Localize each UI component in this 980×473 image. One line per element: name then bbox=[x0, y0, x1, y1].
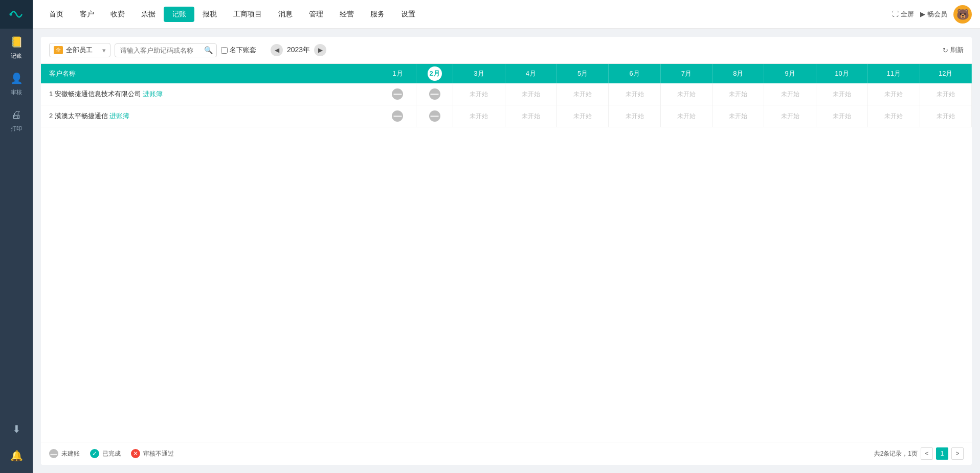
sidebar-label-audit: 审核 bbox=[11, 88, 22, 96]
legend-not-built: — 未建账 bbox=[49, 449, 80, 458]
next-page-button[interactable]: > bbox=[951, 447, 964, 460]
table-wrap: 客户名称 1月 2月 3月 4月 5月 6月 7月 8月 9月 bbox=[41, 64, 972, 442]
nav-home[interactable]: 首页 bbox=[41, 7, 72, 22]
bookkeeping-icon: 📒 bbox=[8, 34, 25, 50]
not-built-label: 未建账 bbox=[61, 449, 80, 458]
nav-service[interactable]: 服务 bbox=[362, 7, 393, 22]
status-not-started: 未开始 bbox=[677, 91, 696, 98]
status-not-started: 未开始 bbox=[833, 112, 851, 120]
cell-sep: 未开始 bbox=[764, 83, 816, 105]
member-button[interactable]: ▶ 畅会员 bbox=[920, 10, 947, 19]
cell-dec: 未开始 bbox=[920, 83, 972, 105]
employee-icon: 全 bbox=[54, 46, 63, 54]
page-1-button[interactable]: 1 bbox=[936, 447, 948, 460]
col-name: 客户名称 bbox=[41, 64, 380, 83]
nav-bookkeeping[interactable]: 记账 bbox=[164, 7, 194, 22]
legend-rejected: ✕ 审核不通过 bbox=[131, 449, 174, 458]
nav-tax[interactable]: 报税 bbox=[194, 7, 225, 22]
cell-apr: 未开始 bbox=[505, 83, 556, 105]
myaccounts-checkbox[interactable] bbox=[221, 47, 228, 54]
audit-icon: 👤 bbox=[8, 70, 25, 86]
search-input[interactable] bbox=[115, 43, 217, 57]
sidebar-item-print[interactable]: 🖨 打印 bbox=[0, 101, 33, 138]
enter-ledger-link[interactable]: 进账簿 bbox=[143, 90, 163, 98]
sidebar-bottom: ⬇ 🔔 bbox=[0, 416, 33, 473]
member-label: 畅会员 bbox=[927, 10, 947, 19]
employee-select[interactable]: 全 全部员工 ▾ bbox=[49, 43, 110, 57]
status-not-started: 未开始 bbox=[781, 91, 799, 98]
user-avatar[interactable]: 🐻 bbox=[953, 5, 972, 24]
cell-nov: 未开始 bbox=[868, 105, 920, 127]
refresh-label: 刷新 bbox=[950, 46, 964, 55]
table-header-row: 客户名称 1月 2月 3月 4月 5月 6月 7月 8月 9月 bbox=[41, 64, 972, 83]
chevron-down-icon: ▾ bbox=[102, 47, 106, 54]
col-apr: 4月 bbox=[505, 64, 556, 83]
status-not-built: — bbox=[392, 110, 403, 122]
nav-message[interactable]: 消息 bbox=[270, 7, 301, 22]
col-jul: 7月 bbox=[660, 64, 712, 83]
sidebar-label-bookkeeping: 记账 bbox=[11, 52, 22, 60]
nav-settings[interactable]: 设置 bbox=[393, 7, 424, 22]
legend-completed: ✓ 已完成 bbox=[90, 449, 121, 458]
table-row: 1 安徽畅捷通信息技术有限公司 进账簿——未开始未开始未开始未开始未开始未开始未… bbox=[41, 83, 972, 105]
cell-nov: 未开始 bbox=[868, 83, 920, 105]
nav-manage[interactable]: 管理 bbox=[301, 7, 331, 22]
myaccounts-label: 名下账套 bbox=[230, 46, 256, 55]
footer: — 未建账 ✓ 已完成 ✕ 审核不通过 共2条记录，1页 < 1 > bbox=[41, 442, 972, 465]
myaccounts-checkbox-label[interactable]: 名下账套 bbox=[221, 46, 256, 55]
next-year-button[interactable]: ▶ bbox=[314, 44, 326, 56]
cell-name: 1 安徽畅捷通信息技术有限公司 进账簿 bbox=[41, 83, 380, 105]
completed-icon: ✓ bbox=[90, 449, 99, 458]
nav-customer[interactable]: 客户 bbox=[72, 7, 102, 22]
cell-jan: — bbox=[380, 105, 416, 127]
nav-business[interactable]: 工商项目 bbox=[225, 7, 270, 22]
sidebar-item-audit[interactable]: 👤 审核 bbox=[0, 65, 33, 101]
total-records: 共2条记录，1页 bbox=[874, 449, 918, 458]
nav-billing[interactable]: 收费 bbox=[102, 7, 133, 22]
prev-page-button[interactable]: < bbox=[921, 447, 933, 460]
customer-name: 安徽畅捷通信息技术有限公司 bbox=[55, 90, 141, 98]
status-not-started: 未开始 bbox=[729, 91, 747, 98]
refresh-button[interactable]: ↻ 刷新 bbox=[943, 46, 964, 55]
status-not-started: 未开始 bbox=[573, 91, 592, 98]
status-not-started: 未开始 bbox=[677, 112, 696, 120]
cell-mar: 未开始 bbox=[453, 105, 505, 127]
fullscreen-icon: ⛶ bbox=[892, 10, 899, 18]
nav-items: 首页 客户 收费 票据 记账 报税 工商项目 消息 管理 经营 服务 设置 bbox=[41, 7, 892, 22]
table-row: 2 漠澳太平畅捷通信 进账簿——未开始未开始未开始未开始未开始未开始未开始未开始… bbox=[41, 105, 972, 127]
sidebar-item-notification[interactable]: 🔔 bbox=[0, 442, 33, 469]
nav-invoice[interactable]: 票据 bbox=[133, 7, 164, 22]
sidebar-item-download[interactable]: ⬇ bbox=[0, 416, 33, 442]
status-not-started: 未开始 bbox=[729, 112, 747, 120]
toolbar: 全 全部员工 ▾ 🔍 名下账套 ◀ 2023年 ▶ bbox=[41, 37, 972, 64]
search-button[interactable]: 🔍 bbox=[204, 46, 213, 54]
fullscreen-button[interactable]: ⛶ 全屏 bbox=[892, 10, 914, 19]
prev-year-button[interactable]: ◀ bbox=[271, 44, 283, 56]
col-mar: 3月 bbox=[453, 64, 505, 83]
nav-operation[interactable]: 经营 bbox=[331, 7, 362, 22]
status-not-started: 未开始 bbox=[470, 112, 488, 120]
cell-may: 未开始 bbox=[556, 105, 608, 127]
completed-label: 已完成 bbox=[102, 449, 121, 458]
rejected-label: 审核不通过 bbox=[143, 449, 174, 458]
status-not-started: 未开始 bbox=[884, 112, 903, 120]
main-card: 全 全部员工 ▾ 🔍 名下账套 ◀ 2023年 ▶ bbox=[41, 37, 972, 465]
cell-jan: — bbox=[380, 83, 416, 105]
year-display: 2023年 bbox=[287, 46, 310, 55]
col-oct: 10月 bbox=[816, 64, 867, 83]
cell-feb: — bbox=[416, 83, 453, 105]
row-index: 2 bbox=[49, 112, 55, 120]
status-not-started: 未开始 bbox=[573, 112, 592, 120]
refresh-icon: ↻ bbox=[943, 47, 948, 54]
cell-aug: 未开始 bbox=[712, 105, 764, 127]
enter-ledger-link[interactable]: 进账簿 bbox=[109, 112, 129, 120]
cell-aug: 未开始 bbox=[712, 83, 764, 105]
customer-name: 漠澳太平畅捷通信 bbox=[55, 112, 108, 120]
cell-apr: 未开始 bbox=[505, 105, 556, 127]
pagination: 共2条记录，1页 < 1 > bbox=[874, 447, 964, 460]
current-month-circle: 2月 bbox=[428, 66, 442, 81]
col-aug: 8月 bbox=[712, 64, 764, 83]
sidebar-item-bookkeeping[interactable]: 📒 记账 bbox=[0, 29, 33, 65]
status-not-started: 未开始 bbox=[937, 91, 955, 98]
row-index: 1 bbox=[49, 90, 55, 98]
